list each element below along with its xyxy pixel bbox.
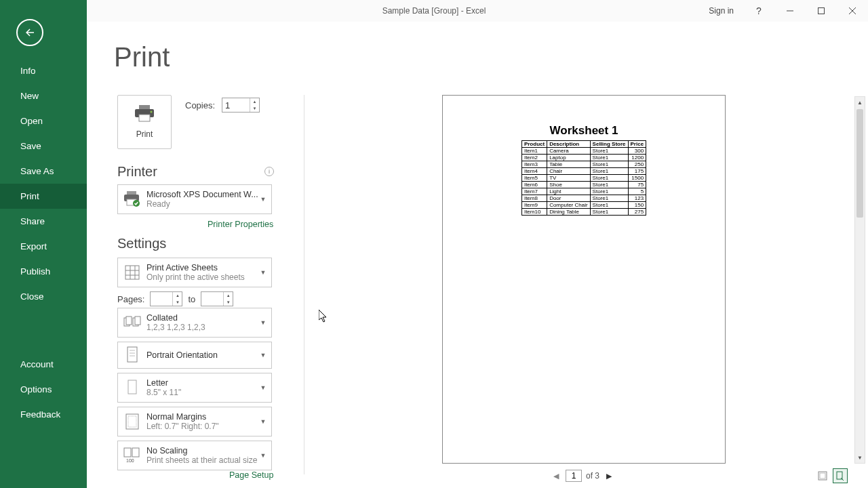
- table-cell: Shoe: [547, 182, 590, 188]
- sidebar-item-new[interactable]: New: [0, 83, 87, 108]
- table-cell: TV: [547, 175, 590, 182]
- chevron-down-icon: ▼: [259, 452, 267, 459]
- svg-rect-29: [132, 448, 139, 457]
- table-cell: Store1: [590, 209, 628, 216]
- spinner-up-icon[interactable]: ▲: [224, 292, 233, 299]
- spinner-down-icon[interactable]: ▼: [224, 299, 233, 306]
- print-button[interactable]: Print: [117, 95, 172, 149]
- table-cell: Camera: [547, 148, 590, 155]
- zoom-to-page-button[interactable]: [833, 468, 848, 483]
- backstage-sidebar: InfoNewOpenSaveSave AsPrintShareExportPu…: [0, 0, 87, 488]
- spinner-up-icon[interactable]: ▲: [173, 292, 182, 299]
- table-row: Item1CameraStore1300: [521, 148, 646, 155]
- scaling-dropdown[interactable]: 100 No Scaling Print sheets at their act…: [117, 441, 272, 470]
- svg-point-7: [151, 111, 153, 113]
- paper-title: Letter: [146, 378, 259, 388]
- sidebar-item-print[interactable]: Print: [0, 184, 87, 209]
- table-cell: Store1: [590, 161, 628, 168]
- collate-dropdown[interactable]: Collated 1,2,3 1,2,3 1,2,3 ▼: [117, 308, 272, 338]
- sidebar-item-save-as[interactable]: Save As: [0, 159, 87, 184]
- sidebar-item-close[interactable]: Close: [0, 284, 87, 309]
- printer-dropdown[interactable]: Microsoft XPS Document W... Ready ▼: [117, 184, 272, 214]
- sidebar-item-export[interactable]: Export: [0, 234, 87, 259]
- pages-label: Pages:: [117, 294, 144, 304]
- pages-from-spinner[interactable]: ▲▼: [150, 291, 182, 306]
- table-cell: 75: [628, 182, 646, 188]
- scaling-icon: 100: [122, 445, 142, 466]
- sidebar-item-share[interactable]: Share: [0, 209, 87, 234]
- table-cell: Item6: [521, 182, 547, 188]
- table-cell: Store1: [590, 175, 628, 182]
- preview-scrollbar[interactable]: ▲ ▼: [854, 96, 865, 464]
- table-cell: 175: [628, 168, 646, 175]
- printer-name: Microsoft XPS Document W...: [146, 190, 259, 199]
- table-row: Item9Computer ChairStore1150: [521, 202, 646, 209]
- svg-rect-21: [127, 347, 137, 362]
- svg-rect-8: [127, 191, 136, 195]
- spinner-down-icon[interactable]: ▼: [250, 105, 259, 112]
- sidebar-item-account[interactable]: Account: [0, 352, 87, 377]
- table-row: Item5TVStore11500: [521, 175, 646, 182]
- page-title: Print: [114, 42, 170, 73]
- svg-rect-12: [125, 266, 139, 279]
- show-margins-button[interactable]: [815, 468, 830, 483]
- back-button[interactable]: [16, 19, 43, 46]
- sidebar-item-publish[interactable]: Publish: [0, 259, 87, 284]
- copies-spinner[interactable]: ▲▼: [222, 98, 260, 113]
- prev-page-button[interactable]: ◀: [551, 472, 561, 481]
- divider: [304, 95, 304, 474]
- sidebar-item-save[interactable]: Save: [0, 134, 87, 159]
- printer-status-icon: [122, 189, 142, 209]
- help-button[interactable]: ?: [743, 0, 774, 22]
- table-cell: Item3: [521, 161, 547, 168]
- print-preview: Worksheet 1 ProductDescriptionSelling St…: [442, 95, 726, 464]
- table-cell: Computer Chair: [547, 202, 590, 209]
- next-page-button[interactable]: ▶: [604, 472, 614, 481]
- chevron-down-icon: ▼: [259, 384, 267, 391]
- maximize-button[interactable]: [806, 0, 837, 22]
- margins-dropdown[interactable]: Normal Margins Left: 0.7" Right: 0.7" ▼: [117, 407, 272, 436]
- spinner-down-icon[interactable]: ▼: [173, 299, 182, 306]
- table-cell: Door: [547, 195, 590, 202]
- print-what-dropdown[interactable]: Print Active Sheets Only print the activ…: [117, 258, 272, 287]
- page-setup-link[interactable]: Page Setup: [229, 470, 273, 480]
- paper-size-dropdown[interactable]: Letter 8.5" x 11" ▼: [117, 373, 272, 403]
- preview-sheet-title: Worksheet 1: [443, 124, 725, 138]
- printer-properties-link[interactable]: Printer Properties: [208, 220, 273, 229]
- scaling-title: No Scaling: [146, 446, 259, 455]
- orientation-dropdown[interactable]: Portrait Orientation ▼: [117, 342, 272, 369]
- collate-desc: 1,2,3 1,2,3 1,2,3: [146, 323, 259, 332]
- sidebar-item-open[interactable]: Open: [0, 108, 87, 134]
- table-cell: 1500: [628, 175, 646, 182]
- svg-text:100: 100: [126, 458, 134, 463]
- table-header: Price: [628, 141, 646, 148]
- scroll-thumb[interactable]: [856, 109, 863, 218]
- info-icon[interactable]: i: [264, 167, 274, 176]
- signin-link[interactable]: Sign in: [699, 6, 743, 16]
- page-number-input[interactable]: [566, 470, 582, 482]
- table-cell: Store1: [590, 195, 628, 202]
- table-cell: Item10: [521, 209, 547, 216]
- pages-to-input[interactable]: [201, 292, 223, 306]
- scroll-down-icon[interactable]: ▼: [855, 452, 865, 463]
- scroll-up-icon[interactable]: ▲: [855, 97, 865, 108]
- sidebar-item-feedback[interactable]: Feedback: [0, 402, 87, 427]
- pages-to-spinner[interactable]: ▲▼: [201, 291, 233, 306]
- sidebar-item-options[interactable]: Options: [0, 377, 87, 402]
- close-button[interactable]: [837, 0, 868, 22]
- table-cell: Chair: [547, 168, 590, 175]
- copies-input[interactable]: [222, 98, 250, 112]
- spinner-up-icon[interactable]: ▲: [250, 98, 259, 105]
- minimize-button[interactable]: [774, 0, 806, 22]
- sidebar-item-info[interactable]: Info: [0, 58, 87, 83]
- table-row: Item6ShoeStore175: [521, 182, 646, 188]
- table-cell: Laptop: [547, 155, 590, 161]
- pages-from-input[interactable]: [151, 292, 172, 306]
- table-cell: 150: [628, 202, 646, 209]
- table-cell: Store1: [590, 188, 628, 195]
- svg-rect-20: [135, 317, 140, 325]
- table-header: Selling Store: [590, 141, 628, 148]
- margins-icon: [122, 411, 142, 432]
- table-cell: Item9: [521, 202, 547, 209]
- print-backstage: Print Print Copies: ▲▼ Printer i Microso…: [87, 22, 868, 488]
